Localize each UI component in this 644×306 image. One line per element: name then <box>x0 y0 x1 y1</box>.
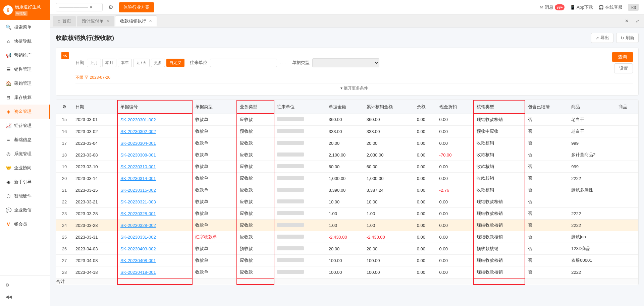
billno-link[interactable]: SK-20230314-001 <box>120 176 156 181</box>
tab-prepay[interactable]: 预计应付单 ✕ <box>77 16 114 26</box>
refresh-btn[interactable]: ↻ 刷新 <box>616 33 639 43</box>
setting-btn[interactable]: 设置 <box>614 63 633 73</box>
billno-link[interactable]: SK-20230403-002 <box>120 246 156 251</box>
filter-date-range-text: 不限 至 2023-07-26 <box>75 75 110 80</box>
sidebar-item-ops[interactable]: 📈 经营管理 <box>0 119 50 133</box>
cell-billno: SK-20230308-001 <box>117 149 192 161</box>
cell-includecleared: 否 <box>525 208 569 220</box>
cell-verifytype: 现结收款核销 <box>474 114 525 126</box>
message-btn[interactable]: ✉ 消息 99+ <box>540 4 565 10</box>
billno-link[interactable]: SK-20230302-002 <box>120 129 156 134</box>
table-row[interactable]: 19 2023-03-10 SK-20230310-001 收款单 应收款 60… <box>56 161 638 173</box>
sidebar-item-corp[interactable]: 🤝 企业协同 <box>0 161 50 175</box>
tab-home[interactable]: ⌂ 首页 <box>53 16 76 26</box>
sidebar-item-label: 企业协同 <box>14 165 32 171</box>
cell-date: 2023-03-28 <box>73 220 117 231</box>
tab-collection[interactable]: 收款核销执行 ✕ <box>115 16 157 26</box>
topbar-select-dropdown[interactable]: ────────── ▾ <box>56 3 103 11</box>
cell-cumamt: 3,387.24 <box>364 184 414 196</box>
topbar-solution-btn[interactable]: 体验行业方案 <box>119 2 154 12</box>
filter-date-custom[interactable]: 自定义 <box>166 59 184 67</box>
table-row[interactable]: 21 2023-03-15 SK-20230315-002 收款单 应收款 3,… <box>56 184 638 196</box>
table-row[interactable]: 22 2023-03-21 SK-20230321-003 收款单 应收款 10… <box>56 196 638 208</box>
sidebar-item-stock[interactable]: ⊟ 库存核算 <box>0 90 50 105</box>
filter-billtype-select[interactable] <box>312 58 379 67</box>
filter-date-7days[interactable]: 近7天 <box>133 59 150 67</box>
cell-includecleared: 否 <box>525 126 569 137</box>
table-row[interactable]: 28 2023-04-18 SK-20230418-001 收款单 应收款 10… <box>56 266 638 279</box>
sidebar-item-purchase[interactable]: 🏠 采购管理 <box>0 76 50 90</box>
cell-discount: -2.76 <box>437 184 474 196</box>
billno-link[interactable]: SK-20230304-001 <box>120 141 156 146</box>
sidebar-item-sys[interactable]: ◎ 系统管理 <box>0 147 50 161</box>
user-avatar[interactable]: Rit <box>628 4 639 11</box>
query-btn[interactable]: 查询 <box>612 52 633 62</box>
sidebar-item-base[interactable]: ≡ 基础信息 <box>0 133 50 147</box>
billno-link[interactable]: SK-20230328-001 <box>120 211 156 216</box>
table-row[interactable]: 17 2023-03-04 SK-20230304-001 收款单 应收款 20… <box>56 137 638 149</box>
billno-link[interactable]: SK-20230408-001 <box>120 258 156 263</box>
service-label: 在线客服 <box>605 4 623 10</box>
billno-link[interactable]: SK-20230321-003 <box>120 199 156 204</box>
export-btn[interactable]: ↗ 导出 <box>591 33 613 43</box>
sidebar-item-member[interactable]: V 畅会员 <box>0 217 50 231</box>
service-btn[interactable]: 🎧 在线客服 <box>598 4 623 10</box>
filter-date-more[interactable]: 更多 <box>151 59 165 67</box>
filter-date-thisyear[interactable]: 本年 <box>118 59 132 67</box>
cell-billno: SK-20230328-002 <box>117 220 192 231</box>
billno-link[interactable]: SK-20230308-001 <box>120 152 156 158</box>
sidebar-item-search[interactable]: 🔍 搜索菜单 <box>0 20 50 34</box>
billno-link[interactable]: SK-20230315-002 <box>120 188 156 193</box>
sidebar-item-hw[interactable]: ⬡ 智能硬件 <box>0 189 50 203</box>
page-title: 收款核销执行(按收款) <box>56 34 114 42</box>
sys-icon: ◎ <box>5 151 11 157</box>
billno-link[interactable]: SK-20230331-002 <box>120 235 156 240</box>
table-row[interactable]: 20 2023-03-14 SK-20230314-001 收款单 应收款 1,… <box>56 173 638 184</box>
th-settings[interactable]: ⚙ <box>56 100 73 114</box>
topbar-left: ────────── ▾ ⚙ 体验行业方案 <box>56 2 536 13</box>
billno-link[interactable]: SK-20230328-002 <box>120 223 156 228</box>
table-row[interactable]: 25 2023-03-31 SK-20230331-002 红字收款单 应收款 … <box>56 231 638 243</box>
sidebar-item-marketing[interactable]: 📢 营销推广 <box>0 48 50 62</box>
cell-sno: 22 <box>56 196 73 208</box>
tab-fullscreen-btn[interactable]: ⤢ <box>633 17 641 25</box>
billno-link[interactable]: SK-20230301-002 <box>120 117 156 122</box>
filter-date-lastmonth[interactable]: 上月 <box>87 59 101 67</box>
app-label: App下载 <box>577 4 593 10</box>
table-row[interactable]: 23 2023-03-28 SK-20230328-001 收款单 应收款 1.… <box>56 208 638 220</box>
sidebar-item-finance[interactable]: ◈ 资金管理 <box>0 105 50 119</box>
filter-expand-bar[interactable]: ▾ 展开更多条件 <box>75 83 633 91</box>
billno-link[interactable]: SK-20230418-001 <box>120 270 156 275</box>
total-label: 合计 <box>56 278 117 285</box>
tab-close-all-btn[interactable]: ✕ <box>623 17 631 25</box>
tab-collection-close[interactable]: ✕ <box>149 19 152 23</box>
topbar-gear-btn[interactable]: ⚙ <box>105 2 116 13</box>
cell-billno: SK-20230314-001 <box>117 173 192 184</box>
table-row[interactable]: 15 2023-03-01 SK-20230301-002 收款单 应收款 36… <box>56 114 638 126</box>
billno-link[interactable]: SK-20230310-001 <box>120 164 156 169</box>
table-row[interactable]: 16 2023-03-02 SK-20230302-002 收款单 预收款 33… <box>56 126 638 137</box>
sidebar-item-guide[interactable]: ◉ 新手引导 <box>0 175 50 189</box>
tab-prepay-label: 预计应付单 <box>82 18 104 24</box>
sidebar-item-wechat[interactable]: 💬 企业微信 <box>0 203 50 217</box>
phone-icon: 📱 <box>570 5 575 10</box>
filter-collapse-btn[interactable]: ≪ <box>61 52 69 59</box>
cell-sno: 21 <box>56 184 73 196</box>
table-row[interactable]: 27 2023-04-08 SK-20230408-001 收款单 应收款 10… <box>56 255 638 266</box>
total-amount <box>326 278 364 285</box>
cell-partner <box>274 243 326 255</box>
sidebar-item-quicknav[interactable]: ⌂ 快捷导航 <box>0 34 50 48</box>
cell-biztype: 应收款 <box>237 231 274 243</box>
table-row[interactable]: 24 2023-03-28 SK-20230328-002 收款单 应收款 1.… <box>56 220 638 231</box>
table-row[interactable]: 18 2023-03-08 SK-20230308-001 收款单 应收款 2,… <box>56 149 638 161</box>
tab-prepay-close[interactable]: ✕ <box>106 19 109 23</box>
filter-date-thismonth[interactable]: 本月 <box>102 59 116 67</box>
table-row[interactable]: 26 2023-04-03 SK-20230403-002 收款单 预收款 20… <box>56 243 638 255</box>
sidebar-item-sales[interactable]: ☰ 销售管理 <box>0 62 50 76</box>
sidebar-collapse-btn[interactable]: ◀◀ <box>0 291 50 303</box>
app-download-btn[interactable]: 📱 App下载 <box>570 4 593 10</box>
sidebar-settings-btn[interactable]: ⚙ <box>0 279 50 291</box>
total-verifytype <box>474 278 525 285</box>
filter-partner-input[interactable] <box>210 59 277 67</box>
cell-goods1: 测试jun <box>569 231 616 243</box>
